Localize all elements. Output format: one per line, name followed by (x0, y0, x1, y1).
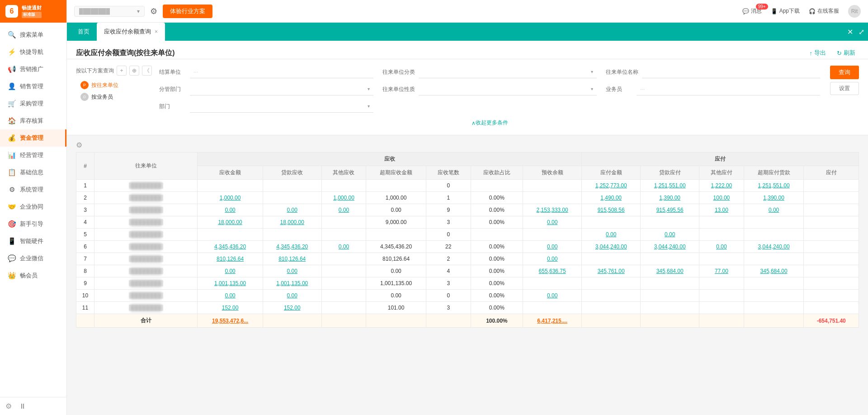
filter-option-partner[interactable]: P 按往来单位 (76, 79, 152, 91)
table-cell[interactable]: 152.00 (198, 302, 263, 314)
table-cell[interactable]: 1,251,551.00 (641, 180, 699, 192)
table-cell[interactable]: 0.00 (744, 204, 804, 216)
table-cell[interactable]: 345,684.00 (641, 265, 699, 277)
table-cell[interactable] (582, 216, 641, 229)
settlement-unit-input[interactable]: ··· (190, 66, 373, 78)
division-input[interactable]: ▾ (190, 100, 373, 113)
table-cell[interactable]: 1,390.00 (641, 192, 699, 204)
table-cell[interactable] (523, 277, 582, 290)
table-cell[interactable]: 0.00 (321, 204, 366, 216)
table-cell[interactable] (263, 192, 321, 204)
user-profile[interactable]: Rit (848, 5, 861, 18)
partner-nature-input[interactable]: ▾ (419, 83, 597, 95)
table-cell[interactable]: 810,126.64 (198, 253, 263, 265)
table-cell[interactable] (744, 302, 804, 314)
table-cell[interactable] (641, 277, 699, 290)
sidebar-item-sales[interactable]: 👤 销售管理 (0, 78, 66, 95)
refresh-button[interactable]: ↻ 刷新 (833, 47, 859, 59)
table-cell[interactable]: 1,252,773.00 (582, 180, 641, 192)
table-cell[interactable]: 0.00 (198, 204, 263, 216)
collapse-conditions-button[interactable]: ∧ 收起更多条件 (159, 117, 820, 129)
table-cell[interactable]: 18,000.00 (263, 216, 321, 229)
sidebar-item-basicinfo[interactable]: 📋 基础信息 (0, 164, 66, 181)
online-service-button[interactable]: 🎧 在线客服 (809, 7, 839, 15)
table-cell[interactable] (641, 290, 699, 302)
table-cell[interactable]: 915,508.56 (582, 204, 641, 216)
table-cell[interactable] (523, 229, 582, 241)
table-cell[interactable]: 0.00 (523, 216, 582, 229)
dept-input[interactable]: ▾ (190, 83, 373, 95)
table-cell[interactable] (321, 180, 366, 192)
export-button[interactable]: ↑ 导出 (806, 47, 830, 59)
table-cell[interactable] (699, 216, 744, 229)
table-cell[interactable] (263, 180, 321, 192)
sidebar-item-inventory[interactable]: 🏠 库存核算 (0, 112, 66, 129)
table-cell[interactable]: 1,390.00 (744, 192, 804, 204)
table-cell[interactable]: 13.00 (699, 204, 744, 216)
table-cell[interactable]: 1,001,135.00 (198, 277, 263, 290)
table-cell[interactable]: 810,126.64 (263, 253, 321, 265)
table-cell[interactable]: 1,000.00 (198, 192, 263, 204)
table-cell[interactable]: 1,000.00 (321, 192, 366, 204)
total-receivable-amount[interactable]: 19,553,472,6... (198, 314, 263, 328)
table-cell[interactable]: 1,222.00 (699, 180, 744, 192)
table-cell[interactable]: 0.00 (523, 241, 582, 253)
sidebar-item-wechat[interactable]: 💬 企业微信 (0, 250, 66, 267)
table-cell[interactable]: 3,044,240.00 (582, 241, 641, 253)
query-button[interactable]: 查询 (830, 66, 859, 79)
tab-ar-query[interactable]: 应收应付余额查询 × (97, 23, 165, 41)
collapse-filter-button[interactable]: 《 (142, 66, 152, 76)
sidebar-item-marketing[interactable]: 📢 营销推广 (0, 61, 66, 78)
table-cell[interactable] (641, 253, 699, 265)
sidebar-item-member[interactable]: 👑 畅会员 (0, 267, 66, 284)
table-cell[interactable]: 0.00 (263, 265, 321, 277)
table-column-settings-icon[interactable]: ⚙ (76, 141, 82, 149)
sidebar-item-system[interactable]: ⚙ 系统管理 (0, 181, 66, 198)
table-cell[interactable]: 2,153,333.00 (523, 204, 582, 216)
try-industry-button[interactable]: 体验行业方案 (163, 5, 212, 18)
tab-home[interactable]: 首页 (71, 23, 97, 41)
table-cell[interactable] (523, 192, 582, 204)
filter-option-salesperson[interactable]: ⊙ 按业务员 (76, 91, 152, 103)
sidebar-item-quicknav[interactable]: ⚡ 快捷导航 (0, 43, 66, 61)
table-cell[interactable] (321, 253, 366, 265)
table-cell[interactable]: 0.00 (198, 290, 263, 302)
sidebar-item-guide[interactable]: 🎯 新手引导 (0, 215, 66, 233)
table-cell[interactable] (321, 216, 366, 229)
table-cell[interactable]: 77.00 (699, 265, 744, 277)
table-cell[interactable] (641, 216, 699, 229)
table-cell[interactable]: 0.00 (523, 253, 582, 265)
tab-window-expand-icon[interactable]: ⤢ (859, 28, 864, 36)
table-cell[interactable]: 0.00 (699, 241, 744, 253)
sidebar-item-finance[interactable]: 💰 资金管理 (0, 129, 66, 147)
table-cell[interactable]: 1,001,135.00 (263, 277, 321, 290)
table-cell[interactable]: 0.00 (198, 265, 263, 277)
total-advance-balance[interactable]: 6,417,215.... (523, 314, 582, 328)
table-cell[interactable]: 345,684.00 (744, 265, 804, 277)
table-cell[interactable] (641, 302, 699, 314)
company-selector[interactable]: ████████ ▾ (74, 6, 145, 17)
sidebar-settings-icon[interactable]: ⚙ (5, 402, 12, 410)
table-cell[interactable]: 0.00 (523, 290, 582, 302)
table-cell[interactable]: 1,251,551.00 (744, 180, 804, 192)
table-cell[interactable] (582, 302, 641, 314)
table-cell[interactable]: 0.00 (321, 241, 366, 253)
table-cell[interactable] (744, 277, 804, 290)
table-cell[interactable]: 0.00 (582, 229, 641, 241)
partner-name-input[interactable] (642, 66, 820, 78)
table-cell[interactable] (263, 229, 321, 241)
sidebar-item-smarthw[interactable]: 📱 智能硬件 (0, 233, 66, 250)
table-cell[interactable] (523, 180, 582, 192)
partner-category-input[interactable]: ▾ (419, 66, 597, 78)
table-cell[interactable]: 345,761.00 (582, 265, 641, 277)
table-cell[interactable]: 0.00 (263, 204, 321, 216)
table-cell[interactable] (699, 302, 744, 314)
app-download-button[interactable]: 📱 App下载 (771, 7, 800, 15)
table-cell[interactable]: 100.00 (699, 192, 744, 204)
table-cell[interactable] (582, 277, 641, 290)
table-cell[interactable]: 3,044,240.00 (641, 241, 699, 253)
sidebar-collapse-icon[interactable]: ⏸ (19, 402, 26, 410)
sidebar-item-purchase[interactable]: 🛒 采购管理 (0, 95, 66, 112)
notification-button[interactable]: 💬 消息 99+ (742, 7, 762, 15)
settings-button[interactable]: 设置 (830, 82, 859, 95)
